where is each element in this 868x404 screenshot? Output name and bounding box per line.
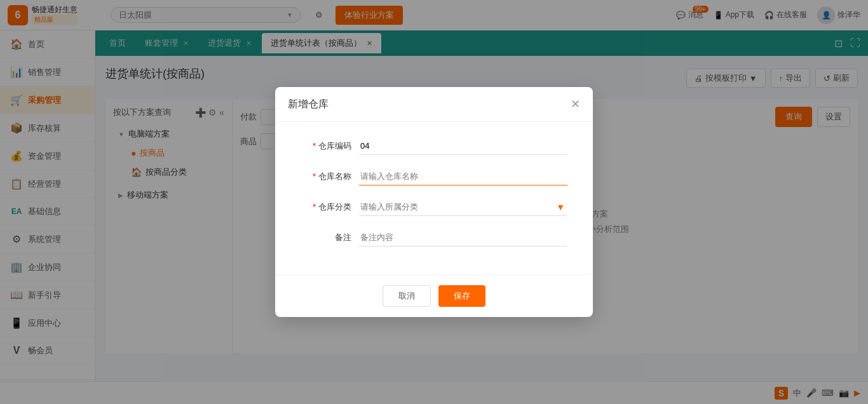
modal-body: 仓库编码 仓库名称 仓库分类 ▼ 备注 xyxy=(275,122,593,274)
code-label: 仓库编码 xyxy=(301,140,351,152)
category-select-wrapper: ▼ xyxy=(359,198,567,216)
note-input[interactable] xyxy=(359,229,567,246)
name-input[interactable] xyxy=(359,168,567,185)
modal-title: 新增仓库 xyxy=(288,98,329,111)
name-label: 仓库名称 xyxy=(301,171,351,182)
category-dropdown-icon[interactable]: ▼ xyxy=(556,202,565,212)
category-label: 仓库分类 xyxy=(301,201,351,213)
form-row-code: 仓库编码 xyxy=(301,137,567,155)
modal-header: 新增仓库 ✕ xyxy=(275,87,593,122)
cancel-button[interactable]: 取消 xyxy=(383,285,431,307)
add-warehouse-modal: 新增仓库 ✕ 仓库编码 仓库名称 仓库分类 ▼ 备注 取消 保存 xyxy=(275,87,593,317)
category-input[interactable] xyxy=(359,198,567,216)
modal-footer: 取消 保存 xyxy=(275,274,593,317)
modal-close-icon[interactable]: ✕ xyxy=(571,97,580,111)
form-row-category: 仓库分类 ▼ xyxy=(301,198,567,216)
code-input[interactable] xyxy=(359,137,567,155)
form-row-note: 备注 xyxy=(301,229,567,246)
form-row-name: 仓库名称 xyxy=(301,168,567,185)
save-button[interactable]: 保存 xyxy=(438,285,485,307)
note-label: 备注 xyxy=(301,232,351,243)
